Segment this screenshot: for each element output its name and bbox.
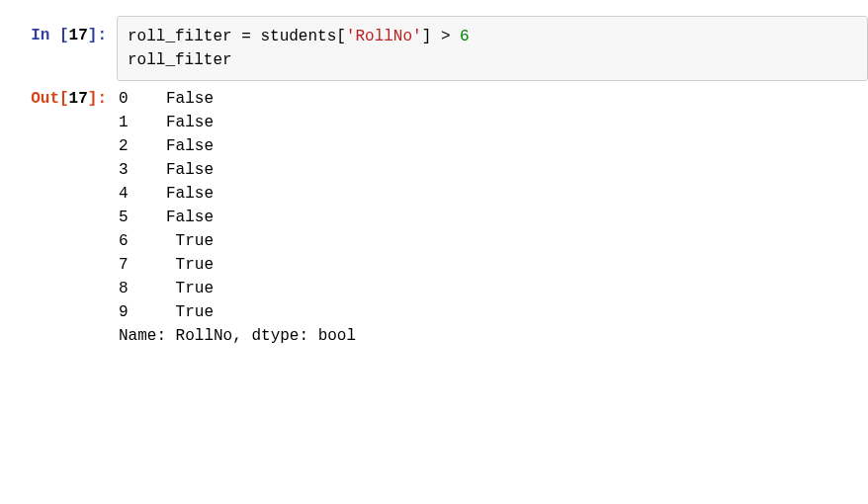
output-cell: Out[17]: 0 False 1 False 2 False 3 False… [0, 85, 868, 350]
input-prompt-label: In [31, 27, 59, 44]
output-prompt: Out[17]: [0, 85, 117, 111]
code-input-area[interactable]: roll_filter = students['RollNo'] > 6 rol… [117, 16, 868, 81]
code-token-number: 6 [460, 28, 470, 45]
code-token-string: 'RollNo' [346, 28, 422, 45]
input-prompt: In [17]: [0, 16, 117, 47]
code-token: = [241, 28, 251, 45]
output-prompt-label: Out [31, 90, 59, 108]
input-cell: In [17]: roll_filter = students['RollNo'… [0, 16, 868, 81]
code-token: [ [336, 28, 346, 45]
output-prompt-number: 17 [69, 90, 88, 108]
input-prompt-close-bracket: ]: [88, 27, 107, 44]
input-prompt-number: 17 [69, 27, 88, 44]
code-token [431, 28, 441, 45]
code-token: roll_filter [128, 51, 232, 69]
output-prompt-open-bracket: [ [59, 90, 69, 108]
output-prompt-close-bracket: ]: [88, 90, 107, 108]
output-text-area: 0 False 1 False 2 False 3 False 4 False … [117, 85, 868, 350]
code-token: roll_filter [128, 28, 241, 45]
code-token [451, 28, 461, 45]
code-token: > [441, 28, 451, 45]
code-token: ] [422, 28, 432, 45]
code-token: students [251, 28, 336, 45]
input-prompt-open-bracket: [ [59, 27, 69, 44]
